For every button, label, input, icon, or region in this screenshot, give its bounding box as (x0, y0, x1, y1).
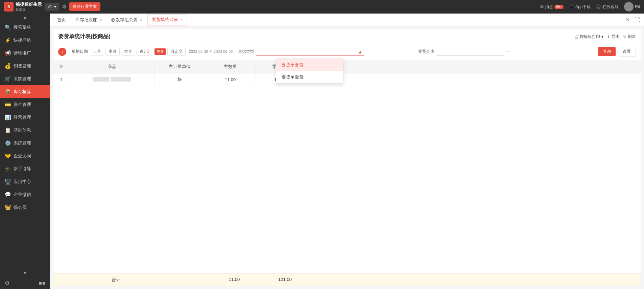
wechat-icon: 💬 (5, 192, 11, 198)
sidebar-scroll: 🔍 搜索菜单 ⚡ 快捷导航 📢 营销推广 💰 销售管理 🛒 采购管理 📦 (0, 21, 50, 269)
export-label: 导出 (612, 34, 620, 40)
toggle-bar-1 (39, 282, 42, 285)
date-filter-group: 单据日期 上月 本月 本年 近7天 更多 自定义 2023-05-06 至 20… (72, 48, 233, 55)
date-label: 单据日期 (72, 49, 88, 54)
tab-bar-actions: ✕ ⛶ (624, 16, 641, 24)
footer-cells: 合计 11.00 121.00 (57, 277, 637, 283)
settings-gear-icon[interactable]: ⚙ (62, 3, 67, 10)
filter-expand-button[interactable]: › (58, 48, 66, 56)
sidebar-scroll-up[interactable]: ▲ (0, 14, 50, 21)
filter-settings-button[interactable]: 设置 (618, 47, 636, 57)
print-action[interactable]: 🖨 按模板打印 ▾ (574, 34, 603, 40)
tab-order-summary-close[interactable]: × (181, 18, 183, 22)
sidebar-item-wechat[interactable]: 💬 企业微信 (0, 188, 50, 201)
app-download-action[interactable]: 📱 App下载 (569, 4, 591, 10)
dropdown-item-requisition[interactable]: 要货单要货 (276, 59, 343, 71)
date-more-badge[interactable]: 更多 (154, 48, 166, 55)
tab-home-label: 首页 (57, 17, 66, 23)
app-center-icon: 🖥️ (5, 179, 11, 185)
sales-icon: 💰 (5, 63, 11, 69)
sidebar-label-marketing: 营销推广 (14, 50, 31, 56)
tab-order-summary-label: 要货单统计表 (152, 17, 178, 23)
footer-quantity: 11.00 (209, 277, 260, 283)
header-right: ✉ 消息 99+ 📱 App下载 🎧 在线客服 Rit (540, 2, 640, 12)
date-btn-this-month[interactable]: 本月 (105, 48, 120, 55)
type-select-input[interactable] (256, 48, 364, 55)
warehouse-input[interactable] (436, 48, 504, 55)
sidebar-item-purchase[interactable]: 🛒 采购管理 (0, 72, 50, 85)
sidebar-label-sales: 销售管理 (14, 63, 31, 69)
sidebar-item-quick-nav[interactable]: ⚡ 快捷导航 (0, 34, 50, 47)
user-avatar-action[interactable]: Rit (624, 2, 640, 12)
footer-label: 合计 (74, 277, 158, 283)
search-icon: 🔍 (5, 24, 11, 30)
chevron-down-icon: ▾ (54, 4, 56, 9)
finance-icon: 💳 (5, 102, 11, 108)
sidebar-item-operations[interactable]: 📊 经营管理 (0, 111, 50, 124)
refresh-action[interactable]: ↻ 刷新 (623, 34, 636, 40)
inventory-icon: 📦 (5, 89, 11, 95)
settings-bottom-icon[interactable]: ⚙ (5, 280, 9, 286)
industry-button[interactable]: 体验行业方案 (69, 2, 100, 11)
td-index: 1 (53, 73, 70, 86)
content-area: 首页 库存批次账 × 收发存汇总表 × 要货单统计表 × ✕ ⛶ 要货 (50, 14, 644, 289)
print-dropdown-icon: ▾ (601, 35, 603, 39)
table-row: 1 块 11.00 121.00 (53, 73, 641, 86)
dropdown-item-return[interactable]: 要货单退货 (276, 71, 343, 83)
date-btn-this-year[interactable]: 本年 (121, 48, 135, 55)
messages-action[interactable]: ✉ 消息 99+ (540, 4, 564, 10)
print-label: 按模板打印 (580, 34, 600, 40)
sidebar-item-basic[interactable]: 📋 基础信息 (0, 124, 50, 137)
gear-icon[interactable]: ⚙ (59, 64, 63, 69)
td-product (70, 73, 154, 86)
sidebar-item-marketing[interactable]: 📢 营销推广 (0, 47, 50, 60)
enterprise-icon: 🤝 (5, 153, 11, 159)
sidebar-scroll-down[interactable]: ▼ (0, 269, 50, 277)
filter-more-icon[interactable]: ··· (506, 49, 510, 55)
sidebar-item-sales[interactable]: 💰 销售管理 (0, 60, 50, 72)
guide-icon: 🎓 (5, 166, 11, 172)
sidebar-item-system[interactable]: ⚙️ 系统管理 (0, 137, 50, 150)
tab-inventory-batch-close[interactable]: × (100, 18, 102, 22)
query-button[interactable]: 查询 (598, 47, 616, 56)
sidebar-item-enterprise[interactable]: 🤝 企业协同 (0, 150, 50, 162)
tab-receivable-summary-close[interactable]: × (140, 18, 142, 22)
logo-area: B 畅捷通好生意 标准版 (4, 2, 42, 12)
sidebar-item-membership[interactable]: 👑 畅会员 (0, 201, 50, 214)
online-service-action[interactable]: 🎧 在线客服 (596, 4, 619, 10)
date-btn-custom[interactable]: 自定义 (167, 48, 186, 55)
operations-icon: 📊 (5, 114, 11, 120)
export-action[interactable]: ⬆ 导出 (607, 34, 620, 40)
type-select-arrow[interactable]: ▲ (358, 49, 362, 54)
purchase-icon: 🛒 (5, 76, 11, 82)
app-sub: 标准版 (16, 7, 42, 12)
sidebar-item-finance[interactable]: 💳 资金管理 (0, 98, 50, 111)
company-selector[interactable]: 41 ▾ (45, 3, 59, 10)
footer-amount: 121.00 (260, 277, 310, 283)
td-quantity: 11.00 (205, 73, 256, 86)
tab-expand-icon[interactable]: ⛶ (633, 16, 641, 24)
app-name: 畅捷通好生意 (16, 2, 42, 7)
membership-icon: 👑 (5, 204, 11, 210)
filter-actions: 查询 设置 (598, 47, 636, 57)
date-range-text: 2023-05-06 至 2023-06-06 (189, 49, 233, 54)
sidebar-item-search[interactable]: 🔍 搜索菜单 (0, 21, 50, 34)
tab-close-all-icon[interactable]: ✕ (624, 16, 631, 24)
th-gear[interactable]: ⚙ (53, 60, 70, 73)
page-header-actions: 🖨 按模板打印 ▾ ⬆ 导出 ↻ 刷新 (574, 34, 636, 40)
top-header: B 畅捷通好生意 标准版 41 ▾ ⚙ 体验行业方案 ✉ 消息 99+ 📱 Ap… (0, 0, 644, 14)
sidebar-item-inventory[interactable]: 📦 库存核算 (0, 85, 50, 98)
page-title: 要货单统计表(按商品) (58, 33, 111, 40)
sidebar-item-guide[interactable]: 🎓 新手引导 (0, 162, 50, 175)
tab-inventory-batch-label: 库存批次账 (75, 17, 97, 23)
date-btn-7days[interactable]: 近7天 (137, 48, 153, 55)
tab-inventory-batch[interactable]: 库存批次账 × (71, 15, 106, 25)
sidebar-label-inventory: 库存核算 (14, 89, 31, 95)
tab-receivable-summary[interactable]: 收发存汇总表 × (107, 15, 146, 25)
date-btn-last-month[interactable]: 上月 (90, 48, 104, 55)
sidebar-toggle[interactable] (39, 282, 45, 285)
tab-home[interactable]: 首页 (53, 15, 70, 25)
tab-order-summary[interactable]: 要货单统计表 × (147, 14, 187, 25)
sidebar-label-enterprise: 企业协同 (14, 153, 31, 159)
sidebar-item-app-center[interactable]: 🖥️ 应用中心 (0, 175, 50, 188)
